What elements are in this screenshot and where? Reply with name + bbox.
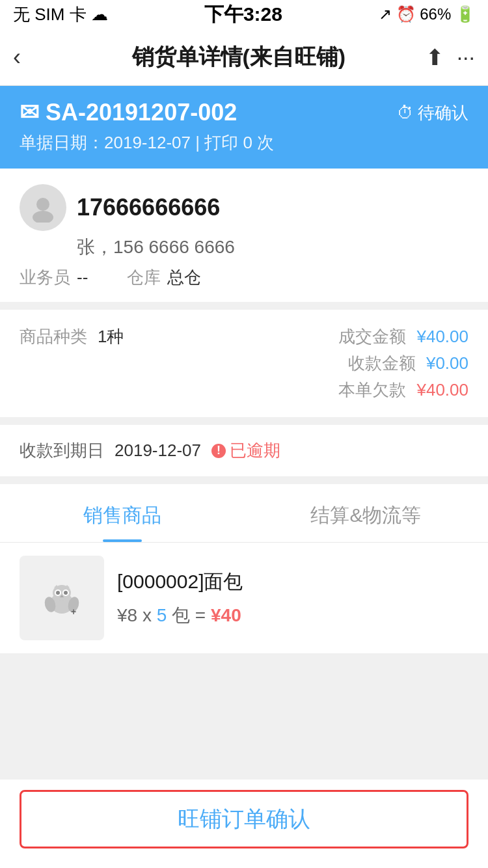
svg-point-8 bbox=[64, 591, 68, 595]
multiply-sign: x bbox=[142, 605, 157, 625]
payment-label: 收款金额 bbox=[348, 352, 416, 375]
amount-label: 成交金额 bbox=[338, 325, 406, 348]
order-meta: 单据日期：2019-12-07 | 打印 0 次 bbox=[20, 131, 468, 154]
summary-section: 商品种类 1种 成交金额 ¥40.00 收款金额 ¥0.00 本单欠款 ¥40.… bbox=[0, 310, 488, 417]
tab-settlement[interactable]: 结算&物流等 bbox=[244, 484, 488, 542]
customer-details: 业务员 -- 仓库 总仓 bbox=[20, 266, 468, 289]
due-date-value: 2019-12-07 bbox=[115, 441, 201, 461]
overdue-text: 已逾期 bbox=[230, 439, 280, 462]
confirm-button[interactable]: 旺铺订单确认 bbox=[20, 790, 468, 848]
tabs-row: 销售商品 结算&物流等 bbox=[0, 484, 488, 543]
order-id: ✉ SA-20191207-002 bbox=[20, 99, 237, 126]
product-price: ¥8 x 5 包 = ¥40 bbox=[117, 603, 468, 628]
warehouse-value: 总仓 bbox=[167, 266, 201, 289]
status-right: ↗ ⏰ 66% 🔋 bbox=[379, 5, 475, 23]
sales-rep-value: -- bbox=[77, 267, 88, 288]
overdue-icon: ! bbox=[211, 444, 226, 458]
customer-section: 17666666666 张，156 6666 6666 业务员 -- 仓库 总仓 bbox=[0, 169, 488, 302]
content-area bbox=[0, 661, 488, 791]
inbox-icon: ✉ bbox=[20, 99, 39, 126]
customer-phone: 17666666666 bbox=[77, 194, 220, 221]
unit-price: ¥8 bbox=[117, 605, 137, 625]
product-thumbnail: + bbox=[20, 556, 104, 640]
sim-status: 无 SIM 卡 ☁ bbox=[13, 3, 108, 26]
due-date-label: 收款到期日 bbox=[20, 439, 104, 462]
nav-bar: ‹ 销货单详情(来自旺铺) ⬆ ··· bbox=[0, 29, 488, 86]
svg-point-1 bbox=[33, 211, 53, 223]
equals-sign: = bbox=[195, 605, 211, 625]
due-date-section: 收款到期日 2019-12-07 ! 已逾期 bbox=[0, 425, 488, 476]
status-left: 无 SIM 卡 ☁ bbox=[13, 3, 108, 26]
order-status: ⏱ 待确认 bbox=[397, 102, 468, 124]
product-name: [0000002]面包 bbox=[117, 569, 468, 595]
overdue-badge: ! 已逾期 bbox=[211, 439, 280, 462]
back-button[interactable]: ‹ bbox=[13, 44, 52, 71]
svg-point-0 bbox=[36, 198, 49, 211]
bottom-bar: 旺铺订单确认 bbox=[0, 780, 488, 868]
customer-name: 张，156 6666 6666 bbox=[77, 235, 468, 260]
owing-value: ¥40.00 bbox=[416, 380, 468, 400]
avatar bbox=[20, 184, 66, 231]
product-type: 商品种类 1种 bbox=[20, 325, 124, 348]
product-info: [0000002]面包 ¥8 x 5 包 = ¥40 bbox=[117, 569, 468, 628]
product-type-value: 1种 bbox=[98, 325, 124, 348]
quantity: 5 bbox=[157, 605, 167, 625]
nav-actions: ⬆ ··· bbox=[426, 44, 475, 70]
total-price: ¥40 bbox=[211, 605, 241, 625]
tab-sales-products[interactable]: 销售商品 bbox=[0, 484, 244, 542]
warehouse-label: 仓库 bbox=[127, 266, 161, 289]
product-section: + [0000002]面包 ¥8 x 5 包 = ¥40 bbox=[0, 543, 488, 653]
battery-status: ↗ ⏰ 66% 🔋 bbox=[379, 5, 475, 23]
page-title: 销货单详情(来自旺铺) bbox=[52, 42, 426, 72]
svg-text:+: + bbox=[71, 606, 76, 617]
amount-value: ¥40.00 bbox=[416, 327, 468, 347]
more-icon[interactable]: ··· bbox=[457, 44, 475, 70]
svg-point-7 bbox=[56, 591, 60, 595]
clock-icon: ⏱ bbox=[397, 103, 414, 123]
unit: 包 bbox=[172, 605, 190, 625]
tabs-section: 销售商品 结算&物流等 bbox=[0, 484, 488, 653]
product-item: + [0000002]面包 ¥8 x 5 包 = ¥40 bbox=[20, 556, 468, 640]
payment-value: ¥0.00 bbox=[426, 353, 468, 373]
sales-rep-label: 业务员 bbox=[20, 266, 70, 289]
status-bar: 无 SIM 卡 ☁ 下午3:28 ↗ ⏰ 66% 🔋 bbox=[0, 0, 488, 29]
owing-label: 本单欠款 bbox=[338, 379, 406, 401]
product-type-label: 商品种类 bbox=[20, 325, 87, 348]
amounts: 成交金额 ¥40.00 收款金额 ¥0.00 本单欠款 ¥40.00 bbox=[338, 325, 468, 401]
status-time: 下午3:28 bbox=[204, 1, 282, 28]
share-icon[interactable]: ⬆ bbox=[426, 44, 444, 70]
order-header-card: ✉ SA-20191207-002 ⏱ 待确认 单据日期：2019-12-07 … bbox=[0, 86, 488, 169]
